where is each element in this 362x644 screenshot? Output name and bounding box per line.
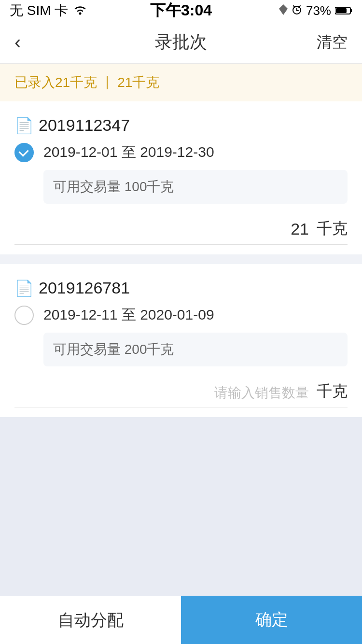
available-qty-1: 可用交易量 100千克 [43,170,348,204]
batch-id-row-1: 📄 2019112347 [14,116,348,135]
confirm-button[interactable]: 确定 [181,596,362,644]
unit-text-2: 千克 [317,381,348,402]
back-button[interactable]: ‹ [14,31,21,53]
batch-date-row-2[interactable]: 2019-12-11 至 2020-01-09 [14,305,348,325]
empty-area [0,417,362,610]
status-time: 下午3:04 [150,0,212,21]
svg-rect-7 [350,9,352,12]
batch-id-icon-1: 📄 [14,116,34,135]
summary-divider [107,76,108,89]
svg-point-0 [79,13,82,15]
summary-banner: 已录入21千克 21千克 [0,64,362,101]
batch-id-row-2: 📄 2019126781 [14,279,348,297]
unit-text-1: 千克 [317,218,348,239]
batch-card-1: 📄 2019112347 2019-12-01 至 2019-12-30 可用交… [0,101,362,254]
input-row-1: 千克 [14,209,348,245]
svg-line-4 [293,6,295,7]
svg-line-5 [299,6,300,7]
location-icon [279,3,288,18]
battery-percent: 73% [306,3,331,18]
summary-total: 21千克 [117,73,159,92]
batch-date-text-2: 2019-12-11 至 2020-01-09 [43,305,214,325]
nav-bar: ‹ 录批次 清空 [0,21,362,64]
status-bar: 无 SIM 卡 下午3:04 [0,0,362,21]
qty-input-2[interactable] [14,382,309,401]
battery-icon [335,3,352,18]
input-row-2: 千克 [14,371,348,407]
auto-distribute-button[interactable]: 自动分配 [0,596,181,644]
card-divider [0,254,362,264]
batch-id-text-2: 2019126781 [39,279,130,297]
page-title: 录批次 [155,30,207,54]
bottom-bar: 自动分配 确定 [0,596,362,644]
radio-1[interactable] [14,143,34,162]
summary-entered: 已录入21千克 [14,73,97,92]
status-right: 73% [279,3,352,18]
radio-2[interactable] [14,306,34,325]
batch-id-icon-2: 📄 [14,279,34,297]
batch-id-text-1: 2019112347 [39,116,130,135]
qty-input-1[interactable] [14,220,309,238]
alarm-icon [292,3,302,18]
available-qty-2: 可用交易量 200千克 [43,333,348,366]
batch-date-row-1[interactable]: 2019-12-01 至 2019-12-30 [14,142,348,162]
batch-card-2: 📄 2019126781 2019-12-11 至 2020-01-09 可用交… [0,264,362,417]
batch-date-text-1: 2019-12-01 至 2019-12-30 [43,142,214,162]
clear-button[interactable]: 清空 [317,32,348,53]
svg-rect-8 [336,8,347,13]
status-left: 无 SIM 卡 [10,1,87,20]
wifi-icon [73,3,87,18]
carrier-text: 无 SIM 卡 [10,1,68,20]
